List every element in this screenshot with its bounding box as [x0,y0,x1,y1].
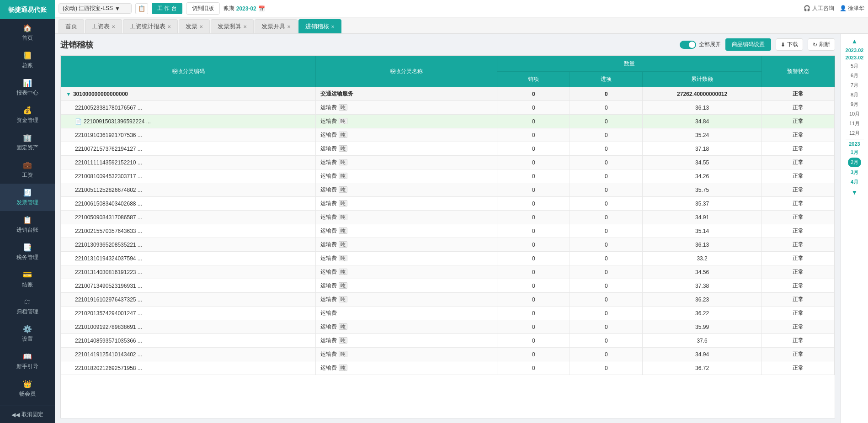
cell-purchase: 0 [570,183,643,197]
cell-total: 36.72 [643,361,762,375]
cell-status: 正常 [761,252,834,265]
sidebar-item-label: 资金管理 [16,116,38,124]
cal-month-prev[interactable]: 10月 [847,109,863,119]
cal-month-prev[interactable]: 6月 [847,71,863,80]
tab-发票[interactable]: 发票✕ [179,19,210,33]
sidebar-item-reports[interactable]: 📊报表中心 [0,74,55,101]
tab-close-icon[interactable]: ✕ [199,24,203,29]
period-selector[interactable]: 账期 2023-02 📅 [224,5,265,12]
cell-code: 22102013574294001247 ... [61,307,316,320]
cal-month-prev[interactable]: 8月 [847,90,863,100]
tab-close-icon[interactable]: ✕ [243,24,247,29]
cell-total: 36.13 [643,101,762,115]
tab-label: 首页 [65,22,77,31]
tab-close-icon[interactable]: ✕ [287,24,291,29]
tabbar: 首页工资表✕工资统计报表✕发票✕发票测算✕发票开具✕进销稽核✕ [55,17,868,34]
cell-code: 22101314030816191223 ... [61,265,316,279]
page-actions: 全部展开 商品编码设置 ⬇ 下载 ↻ 刷新 [680,38,835,51]
member-icon: 👑 [23,380,32,388]
sidebar-item-settings[interactable]: ⚙️设置 [0,320,55,348]
cell-purchase: 0 [570,128,643,142]
sidebar-item-ledger[interactable]: 📒总账 [0,47,55,74]
sidebar-item-member[interactable]: 👑畅会员 [0,375,55,402]
cell-status: 正常 [761,265,834,279]
sidebar-item-guide[interactable]: 📖新手引导 [0,348,55,375]
workbench-button[interactable]: 工 作 台 [152,3,182,14]
sidebar-item-label: 归档管理 [16,308,38,316]
table-row: 22101916102976437325 ... 运输费吨 0 0 36.23 … [61,293,835,307]
tab-首页[interactable]: 首页 [59,19,84,33]
tab-close-icon[interactable]: ✕ [331,24,335,29]
col-header-code: 税收分类编码 [61,56,316,87]
cell-name: 运输费吨 [315,238,497,252]
copy-icon[interactable]: 📋 [135,3,148,14]
cell-purchase: 0 [570,361,643,375]
cal-current-year: 2023 [849,140,860,148]
ledger-icon: 📒 [23,51,32,60]
cell-name: 运输费吨 [315,142,497,156]
table-row: 22101310194324037594 ... 运输费吨 0 0 33.2 正… [61,252,835,265]
calendar-nav-down[interactable]: ▼ [849,187,860,198]
cell-name: 运输费吨 [315,183,497,197]
table-row: 22100509034317086587 ... 运输费吨 0 0 34.91 … [61,211,835,224]
sidebar-item-label: 新手引导 [16,363,38,370]
sidebar-item-settle[interactable]: 💳结账 [0,266,55,293]
expand-toggle[interactable]: 全部展开 [680,41,721,49]
cell-code: 22101408593571035366 ... [61,334,316,348]
cell-sales: 0 [497,334,570,348]
sidebar-item-purchase[interactable]: 📋进销台账 [0,211,55,238]
cal-month-prev[interactable]: 7月 [847,80,863,90]
cell-status: 正常 [761,211,834,224]
company-selector[interactable]: (勿动) 江西报宝-LSS ▼ [59,3,132,14]
sidebar-item-salary[interactable]: 💼工资 [0,156,55,184]
download-button[interactable]: ⬇ 下载 [776,38,803,51]
tab-发票开具[interactable]: 发票开具✕ [255,19,298,33]
tab-发票测算[interactable]: 发票测算✕ [211,19,254,33]
pin-button[interactable]: ◀◀ 取消固定 [0,406,55,423]
refresh-button[interactable]: ↻ 刷新 [808,38,835,51]
cell-name: 运输费吨 [315,211,497,224]
cal-month-prev[interactable]: 11月 [847,119,863,128]
table-row: 22100810094532303717 ... 运输费吨 0 0 34.26 … [61,169,835,183]
cell-sales: 0 [497,307,570,320]
calendar-nav-up[interactable]: ▲ [849,36,860,47]
sidebar-item-funds[interactable]: 💰资金管理 [0,101,55,129]
cal-month-curr[interactable]: 4月 [845,177,864,187]
tab-close-icon[interactable]: ✕ [112,24,115,29]
cell-name: 运输费吨 [315,115,497,128]
cell-code: 📄22100915031396592224 ... [61,115,316,128]
cell-status: 正常 [761,361,834,375]
switch-version-button[interactable]: 切到旧版 [186,2,220,15]
cell-sales: 0 [497,238,570,252]
cell-code: 22100215570357643633 ... [61,224,316,238]
tab-close-icon[interactable]: ✕ [167,24,171,29]
cell-sales: 0 [497,128,570,142]
cal-month-curr[interactable]: 3月 [845,168,864,177]
cal-month-prev[interactable]: 5月 [847,61,863,71]
sidebar-item-home[interactable]: 🏠首页 [0,19,55,47]
sidebar-item-assets[interactable]: 🏢固定资产 [0,129,55,156]
cell-name: 运输费吨 [315,348,497,361]
cell-purchase: 0 [570,142,643,156]
cell-status: 正常 [761,128,834,142]
cell-total: 34.55 [643,156,762,169]
cell-total: 37.38 [643,279,762,293]
col-header-qty-group: 数量 [497,56,762,72]
sidebar-item-tax[interactable]: 📑税务管理 [0,238,55,266]
user-menu[interactable]: 👤 徐泽华 [840,5,864,12]
sidebar-item-archive[interactable]: 🗂归档管理 [0,293,55,320]
cal-month-curr[interactable]: 1月 [845,148,864,157]
cal-month-prev[interactable]: 9月 [847,100,863,109]
cal-month-prev[interactable]: 12月 [847,128,863,138]
tab-工资表[interactable]: 工资表✕ [85,19,122,33]
tab-工资统计报表[interactable]: 工资统计报表✕ [123,19,178,33]
sidebar-item-invoice[interactable]: 🧾发票管理 [0,184,55,211]
cell-code: 22100615083403402688 ... [61,197,316,211]
cell-name: 运输费吨 [315,279,497,293]
support-link[interactable]: 🎧 人工咨询 [804,5,834,12]
cal-month-curr[interactable]: 2月 [848,158,861,167]
table-row: 22100721573762194127 ... 运输费吨 0 0 37.18 … [61,142,835,156]
tab-进销稽核[interactable]: 进销稽核✕ [298,19,341,33]
toggle-switch-icon[interactable] [680,41,696,49]
settings-button[interactable]: 商品编码设置 [725,38,771,51]
